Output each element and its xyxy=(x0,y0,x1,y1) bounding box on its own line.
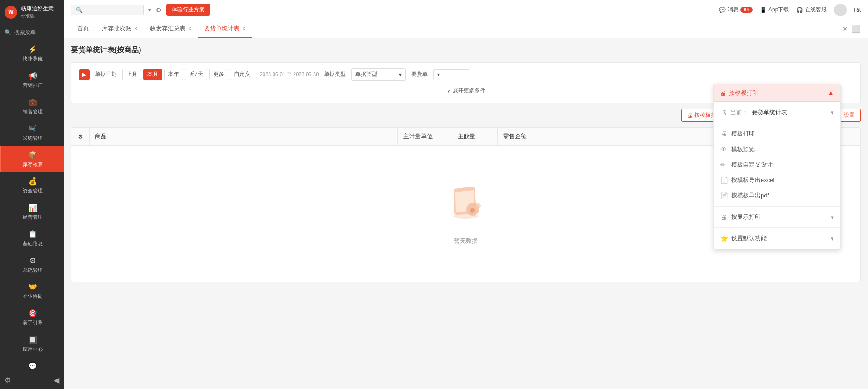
template-custom-label: 模板自定义设计 xyxy=(731,161,773,169)
col-settings[interactable]: ⚙ xyxy=(71,128,90,145)
current-arrow-icon: ▾ xyxy=(831,109,834,116)
customer-service-label: 在线客服 xyxy=(805,6,827,14)
sidebar-item-label: 资金管理 xyxy=(23,187,43,194)
basic-icon: 📋 xyxy=(28,230,37,238)
message-icon: 💬 xyxy=(719,7,726,13)
date-btn-more[interactable]: 更多 xyxy=(209,69,228,80)
sidebar-nav: ⚡ 快捷导航 📢 营销推广 💼 销售管理 🛒 采购管理 📦 库存核算 💰 资金管… xyxy=(0,40,64,371)
tab-collection-summary-close[interactable]: × xyxy=(188,25,191,32)
sidebar-item-wechat[interactable]: 💬 企业微信 xyxy=(0,357,64,371)
header-settings-icon[interactable]: ⚙ xyxy=(156,6,162,14)
tab-home[interactable]: 首页 xyxy=(71,20,95,38)
sidebar-item-finance[interactable]: 💰 资金管理 xyxy=(0,172,64,199)
template-print-icon: 🖨 xyxy=(720,130,728,137)
message-badge: 99+ xyxy=(740,7,753,13)
message-label: 消息 xyxy=(728,6,738,14)
order-type-select[interactable]: ▾ xyxy=(433,69,469,80)
set-default-item[interactable]: ⭐ 设置默认功能 ▾ xyxy=(714,231,840,246)
display-print-icon: 🖨 xyxy=(720,213,728,221)
tab-collection-summary[interactable]: 收发存汇总表 × xyxy=(144,20,198,38)
sidebar-item-basic[interactable]: 📋 基础信息 xyxy=(0,225,64,252)
tab-expand-icon[interactable]: ⬜ xyxy=(852,25,861,33)
tab-controls: ✕ ⬜ xyxy=(842,25,861,33)
sidebar-item-guide[interactable]: 🎯 新手引导 xyxy=(0,304,64,331)
sidebar-bottom: ⚙ ◀ xyxy=(0,371,64,389)
sidebar-item-quick-nav[interactable]: ⚡ 快捷导航 xyxy=(0,40,64,67)
print-current-item[interactable]: 🖨 当前： 要货单统计表 ▾ xyxy=(714,105,840,120)
search-icon: 🔍 xyxy=(5,29,11,35)
tab-order-stats-label: 要货单统计表 xyxy=(204,25,239,33)
set-default-label: 设置默认功能 xyxy=(731,234,767,242)
display-print-label: 按显示打印 xyxy=(731,213,761,221)
guide-icon: 🎯 xyxy=(28,309,37,318)
finance-icon: 💰 xyxy=(28,177,37,186)
template-preview-item[interactable]: 👁 模板预览 xyxy=(714,141,840,157)
sidebar-search[interactable]: 🔍 搜索菜单 xyxy=(0,25,64,40)
print-dropdown-arrow[interactable]: ▲ xyxy=(828,89,834,96)
app-logo-icon: W xyxy=(5,6,17,19)
tab-batch-ledger-label: 库存批次账 xyxy=(102,25,131,33)
tab-order-stats-close[interactable]: × xyxy=(242,25,245,32)
tab-order-stats[interactable]: 要货单统计表 × xyxy=(198,20,252,38)
search-label: 搜索菜单 xyxy=(14,29,36,36)
current-value: 要货单统计表 xyxy=(752,108,787,116)
expand-conditions-btn[interactable]: ∨ 展开更多条件 xyxy=(444,84,488,97)
type-select-placeholder: 单据类型 xyxy=(355,71,377,78)
date-buttons: 上月 本月 本年 近7天 更多 自定义 xyxy=(122,69,254,80)
sidebar-item-sales[interactable]: 💼 销售管理 xyxy=(0,93,64,120)
filter-toggle-btn[interactable]: ▶ xyxy=(79,69,90,80)
set-default-arrow: ▾ xyxy=(831,235,834,242)
tab-batch-ledger[interactable]: 库存批次账 × xyxy=(95,20,144,38)
enterprise-icon: 🤝 xyxy=(28,283,37,291)
expand-chevron: ∨ xyxy=(447,88,451,94)
date-btn-this-year[interactable]: 本年 xyxy=(164,69,183,80)
app-name-block: 畅康通好生意 标准版 xyxy=(21,5,54,19)
display-print-arrow: ▾ xyxy=(831,214,834,221)
export-excel-item[interactable]: 📄 按模板导出excel xyxy=(714,172,840,188)
date-btn-custom[interactable]: 自定义 xyxy=(230,69,254,80)
date-btn-7days[interactable]: 近7天 xyxy=(185,69,207,80)
header-right: 💬 消息 99+ 📱 App下载 🎧 在线客服 Rit xyxy=(719,4,861,16)
display-print-item[interactable]: 🖨 按显示打印 ▾ xyxy=(714,209,840,225)
collapse-icon[interactable]: ◀ xyxy=(54,376,59,384)
trial-button[interactable]: 体验行业方案 xyxy=(166,4,210,16)
print-dropdown-title: 🖨 按模板打印 xyxy=(720,89,758,97)
customer-service-btn[interactable]: 🎧 在线客服 xyxy=(796,6,827,14)
date-btn-this-month[interactable]: 本月 xyxy=(143,69,162,80)
sidebar-item-system[interactable]: ⚙ 系统管理 xyxy=(0,252,64,278)
header-gear-icon[interactable]: ▾ xyxy=(148,6,151,14)
date-range-display: 2023-06-01 至 2023-06-30 xyxy=(260,71,319,78)
quick-nav-icon: ⚡ xyxy=(28,45,37,54)
tab-batch-ledger-close[interactable]: × xyxy=(134,25,137,32)
sidebar-item-label: 销售管理 xyxy=(23,108,43,115)
sidebar-item-operation[interactable]: 📊 经营管理 xyxy=(0,199,64,225)
date-filter-label: 单据日期 xyxy=(95,71,117,78)
template-print-item[interactable]: 🖨 模板打印 xyxy=(714,126,840,141)
user-avatar[interactable] xyxy=(834,4,847,16)
tab-close-all-icon[interactable]: ✕ xyxy=(842,25,848,33)
settings-icon[interactable]: ⚙ xyxy=(5,376,11,384)
header-search-bar[interactable]: 🔍 xyxy=(71,5,144,15)
print-icon: 🖨 xyxy=(687,112,693,119)
print-current-section: 🖨 当前： 要货单统计表 ▾ xyxy=(714,102,840,123)
settings-btn[interactable]: 设置 xyxy=(838,109,861,122)
template-custom-item[interactable]: ✏ 模板自定义设计 xyxy=(714,157,840,172)
type-filter-select[interactable]: 单据类型 ▾ xyxy=(351,68,406,81)
sidebar-item-label: 库存核算 xyxy=(23,161,43,168)
app-name: 畅康通好生意 xyxy=(21,5,54,13)
tab-collection-summary-label: 收发存汇总表 xyxy=(150,25,185,33)
sidebar-item-purchase[interactable]: 🛒 采购管理 xyxy=(0,120,64,146)
sidebar-item-marketing[interactable]: 📢 营销推广 xyxy=(0,67,64,93)
app-download-btn[interactable]: 📱 App下载 xyxy=(760,6,789,14)
sidebar-item-inventory[interactable]: 📦 库存核算 xyxy=(0,146,64,172)
sidebar-item-label: 采购管理 xyxy=(23,135,43,141)
print-dropdown-header: 🖨 按模板打印 ▲ xyxy=(714,84,840,102)
sidebar-item-enterprise[interactable]: 🤝 企业协同 xyxy=(0,278,64,304)
sidebar-item-appstore[interactable]: 🔲 应用中心 xyxy=(0,331,64,357)
export-excel-label: 按模板导出excel xyxy=(731,176,774,184)
export-pdf-item[interactable]: 📄 按模板导出pdf xyxy=(714,188,840,203)
date-btn-last-month[interactable]: 上月 xyxy=(122,69,141,80)
sidebar-item-label: 应用中心 xyxy=(23,346,43,353)
sidebar-logo: W 畅康通好生意 标准版 xyxy=(0,0,64,25)
message-btn[interactable]: 💬 消息 99+ xyxy=(719,6,753,14)
